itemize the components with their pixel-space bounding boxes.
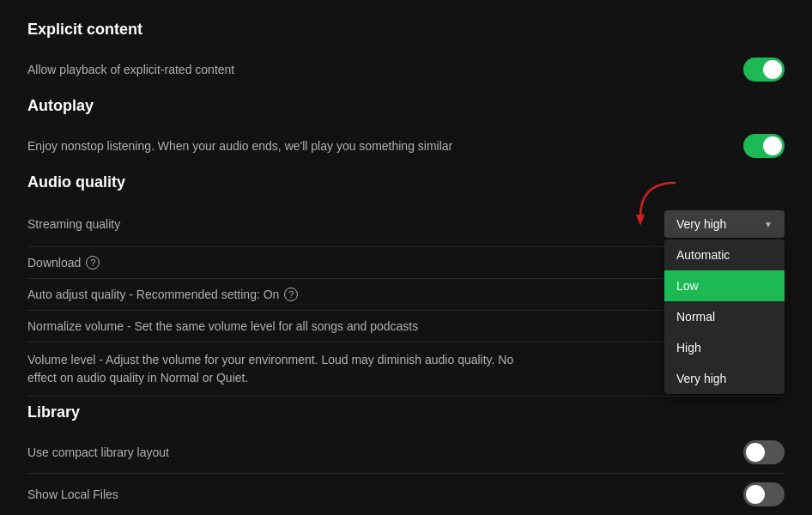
autoplay-toggle[interactable] xyxy=(743,134,785,158)
explicit-content-section: Explicit content Allow playback of expli… xyxy=(27,21,785,90)
autoplay-label: Enjoy nonstop listening. When your audio… xyxy=(27,139,743,153)
streaming-quality-menu: Automatic Low Normal High Very high xyxy=(664,239,785,394)
explicit-content-row: Allow playback of explicit-rated content xyxy=(27,49,785,90)
dropdown-item-normal[interactable]: Normal xyxy=(664,301,785,332)
explicit-content-toggle-slider xyxy=(743,58,785,82)
dropdown-item-very-high[interactable]: Very high xyxy=(664,363,785,394)
settings-page: Explicit content Allow playback of expli… xyxy=(0,0,812,515)
local-files-label: Show Local Files xyxy=(27,488,743,501)
auto-adjust-help-icon[interactable]: ? xyxy=(284,288,298,301)
streaming-quality-value: Very high xyxy=(676,217,726,231)
dropdown-item-low[interactable]: Low xyxy=(664,270,785,301)
download-help-icon[interactable]: ? xyxy=(86,256,100,270)
local-files-toggle-slider xyxy=(743,482,785,506)
compact-library-toggle-slider xyxy=(743,440,785,464)
audio-quality-section: Audio quality Streaming quality Very hig… xyxy=(27,173,785,397)
explicit-content-label: Allow playback of explicit-rated content xyxy=(27,63,743,76)
audio-quality-title: Audio quality xyxy=(27,173,785,191)
streaming-quality-button[interactable]: Very high ▼ xyxy=(664,210,785,238)
autoplay-toggle-slider xyxy=(743,134,785,158)
explicit-content-toggle[interactable] xyxy=(743,58,785,82)
streaming-quality-label: Streaming quality xyxy=(27,217,664,231)
compact-library-toggle[interactable] xyxy=(743,440,785,464)
volume-level-label: Volume level - Adjust the volume for you… xyxy=(27,351,525,387)
local-files-row: Show Local Files xyxy=(27,474,785,515)
autoplay-row: Enjoy nonstop listening. When your audio… xyxy=(27,125,785,167)
streaming-quality-dropdown[interactable]: Very high ▼ Automatic Low Normal High Ve… xyxy=(664,210,785,238)
dropdown-item-high[interactable]: High xyxy=(664,332,785,363)
chevron-down-icon: ▼ xyxy=(764,220,773,229)
compact-library-label: Use compact library layout xyxy=(27,445,743,459)
library-title: Library xyxy=(27,403,785,421)
local-files-toggle[interactable] xyxy=(743,482,785,506)
library-section: Library Use compact library layout Show … xyxy=(27,403,785,515)
autoplay-title: Autoplay xyxy=(27,97,785,115)
dropdown-item-automatic[interactable]: Automatic xyxy=(664,239,785,270)
explicit-content-title: Explicit content xyxy=(27,21,785,39)
autoplay-section: Autoplay Enjoy nonstop listening. When y… xyxy=(27,97,785,167)
streaming-quality-row: Streaming quality Very high ▼ Automatic … xyxy=(27,202,785,247)
compact-library-row: Use compact library layout xyxy=(27,432,785,474)
